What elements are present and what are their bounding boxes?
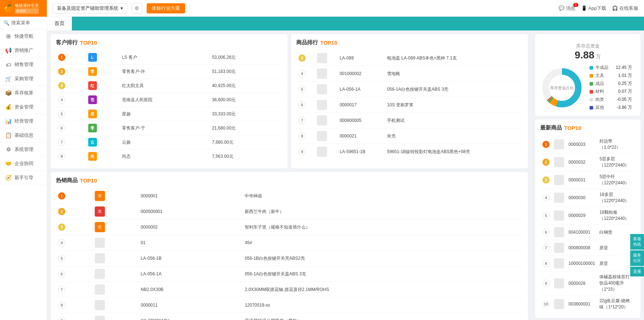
product-name: 中华神器 (242, 188, 523, 204)
sidebar-label-marketing: 营销推广 (15, 47, 33, 54)
product-thumb (317, 84, 327, 94)
float-service: 客服热线 服务社区 直播 (630, 234, 644, 276)
table-row: 7 NB2.0X30B 2.0X30MM双搓花轴,搓花直径2.1MM/ROHS (56, 282, 523, 298)
table-row: 3 图 0000002 智利车子里（规格不知道填什么） (56, 220, 523, 235)
product-code: KK-SD22110H (139, 313, 243, 320)
legend-dot (590, 98, 593, 102)
sidebar-item-finance[interactable]: 💰 资金管理 (0, 100, 47, 114)
table-row: 8 尚 尚态 7,563.00元 (56, 149, 282, 164)
sidebar-item-guide[interactable]: 🧭 新手引导 (0, 171, 47, 185)
search-menu[interactable]: 🔍 搜索菜单 (0, 17, 47, 29)
sidebar-label-system: 系统管理 (15, 146, 33, 153)
table-row: 4 苍 苍南县人民医院 36,600.00元 (56, 93, 282, 107)
sidebar-item-operations[interactable]: 📊 经营管理 (0, 114, 47, 128)
sidebar-item-basic-info[interactable]: 📋 基础信息 (0, 128, 47, 143)
system-title: 装备及固定资产辅助管理系统 (57, 5, 118, 12)
product-code: 0000011 (139, 298, 243, 313)
rank-badge: 3 (542, 176, 550, 184)
trial-button[interactable]: 体验行业方案 (147, 3, 185, 13)
product-thumb: 图 (95, 191, 105, 201)
avatar: 尚 (88, 152, 97, 161)
customer-rank-table: 1 L LS 客户 53,006.26元 2 零 零售客户-许 51,183.0… (56, 50, 282, 163)
product-code: 003800001 (566, 295, 597, 313)
table-row: 7 云 云扬 7,680.00元 (56, 135, 282, 149)
community-btn[interactable]: 服务社区 (630, 250, 644, 266)
product-name: 智利车子里（规格不知道填什么） (242, 220, 523, 235)
product-name: 花语萌恒温分腿睡袋（厚款） (242, 313, 523, 320)
product-name: 2.0X30MM双搓花轴,搓花直径2.1MM/ROHS (242, 282, 523, 298)
table-row: 7 000800005 手机测试 (296, 113, 523, 128)
product-thumb (95, 300, 105, 310)
table-row: 8 10000100001 原堂 (540, 256, 635, 271)
legend-value: 12.45 万 (616, 65, 632, 71)
gear-icon: ⚙ (135, 5, 139, 11)
rank-badge: 5 (298, 86, 306, 93)
sidebar-item-quick-nav[interactable]: ⊞ 快捷导航 (0, 29, 47, 44)
product-thumb (95, 269, 105, 279)
product-thumb (554, 139, 564, 149)
rank-badge: 7 (542, 244, 550, 251)
rank-badge: 9 (542, 280, 550, 287)
donut-chart-container: 库存资金占比 半成品 12.45 万 文具 1.01 万 成品 0.25 万 材… (540, 65, 635, 111)
header-right: 💬 消息 6 📱 App下载 🎧 在线客服 (559, 5, 638, 12)
right-panel: 库存总资金 9.88 万 (531, 30, 644, 320)
rank-badge: 1 (58, 192, 65, 200)
avatar: 零 (88, 124, 97, 132)
live-btn[interactable]: 直播 (630, 267, 644, 276)
rank-badge: 10 (542, 300, 550, 308)
sidebar-item-inventory[interactable]: 📦 库存核算 (0, 86, 47, 100)
product-name: 12070519-xs (242, 298, 523, 313)
product-thumb (554, 175, 564, 185)
product-thumb (95, 316, 105, 320)
rank-badge: 9 (58, 317, 65, 320)
online-service-button[interactable]: 🎧 在线客服 (612, 5, 638, 12)
sidebar-item-system[interactable]: ⚙ 系统管理 (0, 143, 47, 157)
rank-badge: 4 (58, 96, 65, 103)
product-thumb (317, 115, 327, 126)
sidebar-item-marketing[interactable]: 📢 营销推广 (0, 44, 47, 58)
inventory-total-value: 9.88 (575, 49, 595, 61)
table-row: 1 0000033 封边带（1.0*22） (540, 136, 635, 153)
system-selector[interactable]: 装备及固定资产辅助管理系统 ▾ (53, 3, 127, 13)
table-row: 4 01 45# (56, 235, 523, 251)
sidebar-item-sales[interactable]: 🏷 销售管理 (0, 58, 47, 72)
donut-chart: 库存资金占比 (540, 66, 584, 110)
product-code: LA-056-1A (139, 266, 243, 282)
sidebar-item-cooperation[interactable]: 🤝 企业协同 (0, 157, 47, 171)
product-name: 056-1A白色按键开关盖ABS 3克 (242, 266, 523, 282)
sidebar-item-purchase[interactable]: 🛒 采购管理 (0, 72, 47, 86)
top-panels: 客户排行 TOP10 1 L LS 客户 53,006.26元 2 零 零售客户… (51, 34, 528, 168)
customer-name: 零售客户-于 (120, 121, 210, 135)
main-area: 装备及固定资产辅助管理系统 ▾ ⚙ 体验行业方案 💬 消息 6 📱 App下载 … (47, 0, 644, 320)
rank-badge: 1 (58, 54, 65, 61)
legend-dot (590, 90, 593, 94)
rank-badge: 4 (542, 194, 550, 201)
message-button[interactable]: 💬 消息 6 (559, 5, 575, 12)
customer-name: 红太阳文具 (120, 79, 210, 93)
product-code: 001000002 (338, 66, 385, 82)
product-thumb (554, 243, 564, 253)
legend-name: 肉类 (595, 97, 615, 103)
product-thumb (554, 157, 564, 167)
product-thumb (317, 147, 327, 157)
dropdown-icon: ▾ (121, 5, 123, 11)
product-thumb (554, 258, 564, 268)
product-name: 原堂 (597, 256, 635, 271)
product-name: 22g鱼豆腐-烧烤味（1*12*20） (597, 295, 635, 313)
customer-name: 苍南县人民医院 (120, 93, 210, 107)
app-edition: 标准版 (15, 8, 39, 14)
rank-badge: 5 (542, 212, 550, 219)
product-scroll-card: 商品排行 TOP10 3 LA-089 电池盖 LA-089 ABS本色+黑种 … (291, 34, 528, 168)
tab-home[interactable]: 首页 (47, 17, 72, 30)
newest-products-card: 最新商品 TOP10 1 0000033 封边带（1.0*22） 2 00000… (535, 119, 640, 318)
rank-badge: 5 (58, 110, 65, 118)
product-name: 59651-1B旋转投影灯电池盒ABS黑色+58壳 (385, 144, 523, 160)
settings-button[interactable]: ⚙ (131, 3, 142, 14)
customer-service-btn[interactable]: 客服热线 (630, 234, 644, 250)
customer-rank-title: 客户排行 TOP10 (56, 39, 282, 46)
table-row: 9 LA-59651-1B 59651-1B旋转投影灯电池盒ABS黑色+58壳 (296, 144, 523, 160)
product-name: 新西兰牛肉（新牛） (242, 204, 523, 220)
product-thumb (317, 100, 327, 110)
rank-badge: 2 (58, 68, 65, 75)
app-download-button[interactable]: 📱 App下载 (581, 5, 606, 12)
